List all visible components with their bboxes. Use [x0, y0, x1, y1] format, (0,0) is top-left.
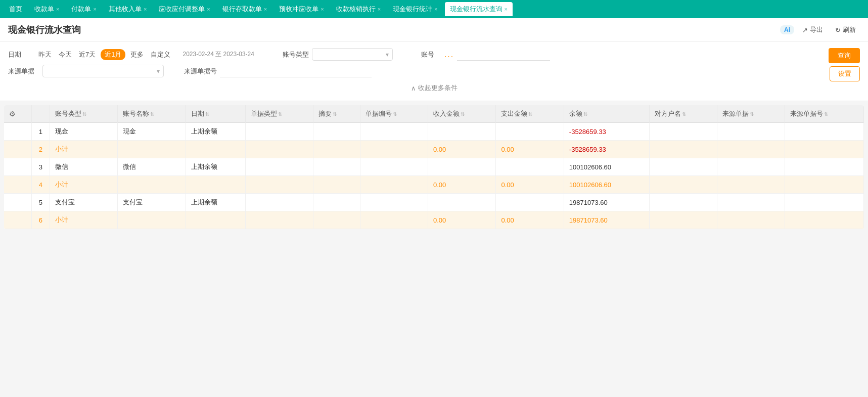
table-cell	[313, 141, 360, 158]
table-cell	[313, 176, 360, 194]
export-button[interactable]: ↗ 导出	[798, 23, 827, 36]
account-dots[interactable]: ...	[444, 50, 454, 59]
close-icon[interactable]: ×	[378, 6, 381, 12]
table-row: 3微信微信上期余额100102606.60	[4, 158, 864, 176]
table-row: 5支付宝支付宝上期余额19871073.60	[4, 194, 864, 211]
table-row: 2小计0.000.00-3528659.33	[4, 141, 864, 158]
col-expense[interactable]: 支出金额⇅	[496, 105, 564, 123]
source-voucher-no-label: 来源单据号	[184, 67, 217, 76]
close-icon[interactable]: ×	[56, 6, 59, 12]
table-cell	[118, 211, 186, 229]
table-cell	[496, 194, 564, 211]
account-input[interactable]	[457, 49, 550, 61]
table-cell: 小计	[50, 211, 117, 229]
filter-area: 日期 昨天 今天 近7天 近1月 更多 自定义 2023-02-24 至 202…	[0, 42, 868, 101]
table-cell	[360, 176, 428, 194]
table-cell: 2	[31, 141, 50, 158]
sort-icon: ⇅	[824, 111, 828, 117]
table-cell: 微信	[50, 158, 117, 176]
table-cell: 现金	[50, 123, 117, 141]
col-balance[interactable]: 余额⇅	[564, 105, 649, 123]
page-header: 现金银行流水查询 Ai ↗ 导出 ↻ 刷新	[0, 18, 868, 42]
table-cell: 0.00	[428, 141, 495, 158]
col-settings[interactable]: ⚙	[4, 105, 31, 123]
col-date[interactable]: 日期⇅	[186, 105, 245, 123]
settings-button[interactable]: 设置	[830, 66, 860, 81]
date-7days[interactable]: 近7天	[77, 49, 98, 60]
account-type-select[interactable]	[312, 48, 393, 61]
table-cell	[649, 194, 717, 211]
refresh-icon: ↻	[835, 26, 841, 34]
date-yesterday[interactable]: 昨天	[36, 49, 54, 60]
table-cell: 微信	[118, 158, 186, 176]
table-cell: 支付宝	[118, 194, 186, 211]
nav-tab-cash-bank-stats[interactable]: 现金银行统计 ×	[388, 2, 442, 16]
table-cell	[4, 211, 31, 229]
table-cell	[118, 141, 186, 158]
date-more[interactable]: 更多	[128, 49, 146, 60]
collapse-bar[interactable]: ∧ 收起更多条件	[8, 81, 860, 95]
table-cell	[186, 211, 245, 229]
source-voucher-no-input[interactable]	[220, 65, 372, 77]
gear-icon[interactable]: ⚙	[9, 110, 16, 118]
close-icon[interactable]: ×	[321, 6, 324, 12]
col-voucher-type[interactable]: 单据类型⇅	[245, 105, 313, 123]
date-options: 昨天 今天 近7天 近1月 更多 自定义	[36, 49, 172, 60]
source-voucher-select[interactable]	[42, 65, 164, 77]
close-icon[interactable]: ×	[434, 6, 437, 12]
table-cell: 小计	[50, 176, 117, 194]
table-row: 4小计0.000.00100102606.60	[4, 176, 864, 194]
nav-tab-prepay-offset[interactable]: 预收冲应收单 ×	[274, 2, 329, 16]
table-cell: 100102606.60	[564, 176, 649, 194]
table-cell: 上期余额	[186, 158, 245, 176]
close-icon[interactable]: ×	[144, 6, 147, 12]
table-cell	[428, 158, 495, 176]
table-cell	[360, 141, 428, 158]
refresh-button[interactable]: ↻ 刷新	[831, 23, 860, 36]
nav-tab-collection-execute[interactable]: 收款核销执行 ×	[331, 2, 386, 16]
close-icon[interactable]: ×	[93, 6, 96, 12]
data-table: ⚙ 账号类型⇅ 账号名称⇅ 日期⇅ 单据类型⇅ 摘要⇅ 单据编号⇅ 收入金额⇅ …	[4, 105, 864, 229]
close-icon[interactable]: ×	[505, 6, 508, 12]
table-cell: 上期余额	[186, 194, 245, 211]
date-1month[interactable]: 近1月	[101, 49, 125, 60]
close-icon[interactable]: ×	[264, 6, 267, 12]
col-summary[interactable]: 摘要⇅	[313, 105, 360, 123]
close-icon[interactable]: ×	[207, 6, 210, 12]
col-voucher-no[interactable]: 单据编号⇅	[360, 105, 428, 123]
table-cell	[717, 158, 785, 176]
col-source-voucher[interactable]: 来源单据⇅	[717, 105, 785, 123]
nav-home[interactable]: 首页	[4, 3, 27, 16]
table-cell	[313, 194, 360, 211]
nav-tab-cash-bank-flow[interactable]: 现金银行流水查询 ×	[445, 2, 513, 16]
sort-icon: ⇅	[278, 111, 282, 117]
table-cell	[496, 123, 564, 141]
nav-tab-ar-ap-adjust[interactable]: 应收应付调整单 ×	[154, 2, 215, 16]
account-label: 账号	[421, 50, 441, 59]
date-today[interactable]: 今天	[57, 49, 74, 60]
col-account-name[interactable]: 账号名称⇅	[118, 105, 186, 123]
table-cell: 6	[31, 211, 50, 229]
query-button[interactable]: 查询	[829, 48, 860, 63]
table-cell	[245, 211, 313, 229]
table-cell	[785, 158, 864, 176]
nav-tab-payments[interactable]: 付款单 ×	[66, 2, 101, 16]
nav-tab-receipts[interactable]: 收款单 ×	[29, 2, 64, 16]
ai-badge[interactable]: Ai	[780, 25, 794, 34]
nav-tab-bank-deposit[interactable]: 银行存取款单 ×	[217, 2, 272, 16]
table-cell: 19871073.60	[564, 194, 649, 211]
col-counterparty[interactable]: 对方户名⇅	[649, 105, 717, 123]
date-custom[interactable]: 自定义	[149, 49, 172, 60]
table-row: 1现金现金上期余额-3528659.33	[4, 123, 864, 141]
table-cell: 1	[31, 123, 50, 141]
table-cell	[186, 176, 245, 194]
col-num	[31, 105, 50, 123]
table-cell	[785, 194, 864, 211]
table-cell	[785, 211, 864, 229]
col-source-voucher-no[interactable]: 来源单据号⇅	[785, 105, 864, 123]
table-cell	[785, 176, 864, 194]
col-account-type[interactable]: 账号类型⇅	[50, 105, 117, 123]
table-cell	[428, 194, 495, 211]
nav-tab-other-income[interactable]: 其他收入单 ×	[104, 2, 152, 16]
col-income[interactable]: 收入金额⇅	[428, 105, 495, 123]
